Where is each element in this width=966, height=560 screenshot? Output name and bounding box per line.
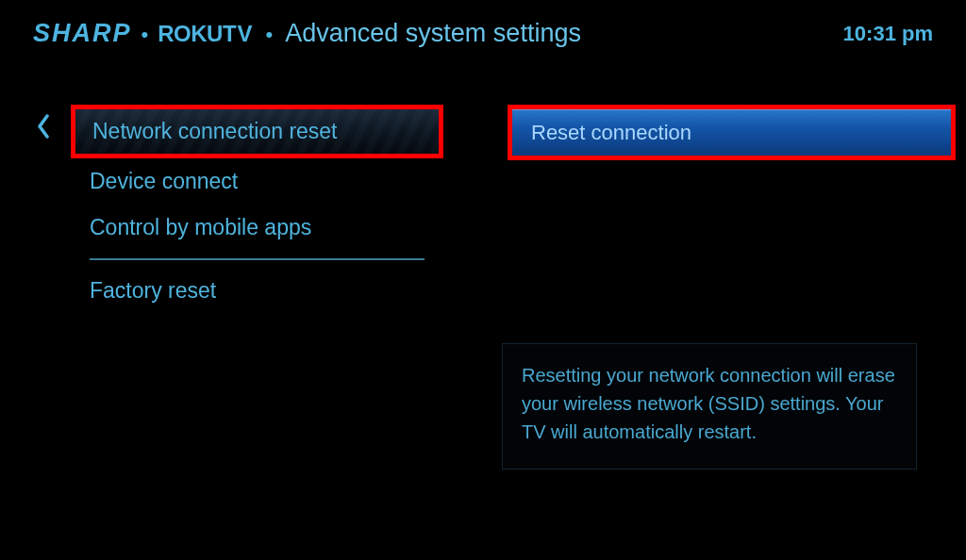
menu-item-label: Network connection reset <box>92 119 338 143</box>
brand-separator-dot: • <box>142 23 149 47</box>
menu-item-label: Control by mobile apps <box>90 215 311 239</box>
menu-item-factory-reset[interactable]: Factory reset <box>71 268 460 314</box>
clock: 10:31 pm <box>843 22 933 46</box>
menu-item-control-mobile[interactable]: Control by mobile apps <box>71 205 460 251</box>
menu-list: Network connection reset Device connect … <box>71 105 460 314</box>
back-arrow-icon[interactable] <box>35 112 52 140</box>
header: SHARP • ROKUTV • Advanced system setting… <box>0 0 966 48</box>
menu-item-device-connect[interactable]: Device connect <box>71 158 460 205</box>
menu-divider <box>90 258 425 260</box>
header-left: SHARP • ROKUTV • Advanced system setting… <box>33 19 581 48</box>
info-box: Resetting your network connection will e… <box>502 343 917 469</box>
brand-roku-logo: ROKUTV <box>158 21 253 47</box>
reset-connection-button[interactable]: Reset connection <box>508 105 956 160</box>
info-text: Resetting your network connection will e… <box>522 361 897 446</box>
menu-item-network-reset[interactable]: Network connection reset <box>71 105 443 158</box>
breadcrumb-separator: • <box>266 23 274 47</box>
brand-sharp-logo: SHARP <box>33 19 132 48</box>
right-panel: Reset connection <box>508 105 923 314</box>
menu-item-label: Factory reset <box>90 278 216 303</box>
action-button-label: Reset connection <box>531 121 691 145</box>
content-area: Network connection reset Device connect … <box>0 48 966 314</box>
page-title: Advanced system settings <box>285 19 581 48</box>
menu-item-label: Device connect <box>90 169 238 193</box>
left-menu-panel: Network connection reset Device connect … <box>38 105 460 314</box>
